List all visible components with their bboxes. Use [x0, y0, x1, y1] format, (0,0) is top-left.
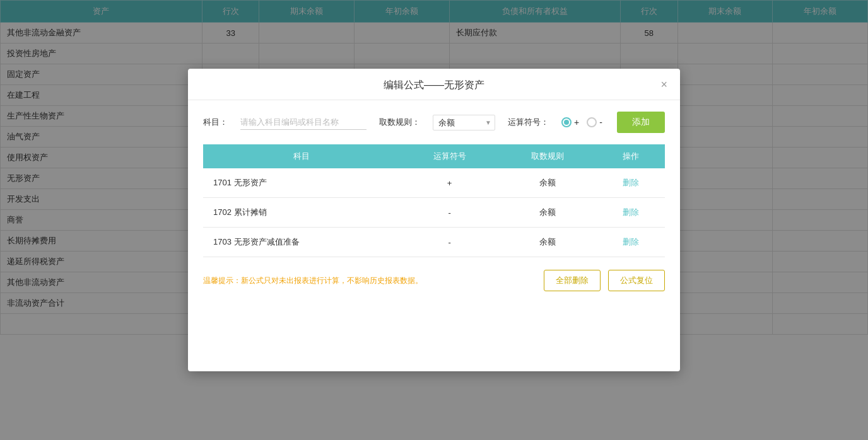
subject-input[interactable]	[240, 115, 367, 130]
formula-action: 删除	[597, 198, 665, 228]
operator-radio-group: + -	[561, 117, 602, 127]
data-table-container: 科目运算符号取数规则操作 1701 无形资产+余额删除1702 累计摊销-余额删…	[188, 144, 680, 257]
delete-all-button[interactable]: 全部删除	[544, 270, 601, 291]
operator-plus-label: +	[574, 117, 579, 127]
operator-minus-circle	[587, 117, 597, 127]
footer-actions: 全部删除 公式复位	[544, 270, 665, 291]
formula-rule: 余额	[499, 168, 597, 198]
formula-action: 删除	[597, 228, 665, 257]
modal-footer: 温馨提示：新公式只对未出报表进行计算，不影响历史报表数据。 全部删除 公式复位	[188, 257, 680, 298]
modal-header: 编辑公式——无形资产 ×	[188, 69, 680, 100]
formula-operator: -	[401, 198, 499, 228]
delete-row-button[interactable]: 删除	[623, 237, 639, 246]
table-row: 1702 累计摊销-余额删除	[203, 198, 665, 228]
rule-label: 取数规则：	[379, 117, 420, 128]
reset-formula-button[interactable]: 公式复位	[608, 270, 665, 291]
subject-label: 科目：	[203, 117, 228, 128]
operator-plus-radio[interactable]: +	[561, 117, 579, 127]
footer-tip: 温馨提示：新公式只对未出报表进行计算，不影响历史报表数据。	[203, 275, 423, 286]
form-row: 科目： 取数规则： 余额 借方发生额 贷方发生额 ▼ 运算符号： +	[188, 100, 680, 144]
table-row: 1701 无形资产+余额删除	[203, 168, 665, 198]
operator-plus-circle	[561, 117, 572, 127]
formula-table-header: 科目	[203, 144, 401, 168]
modal-title: 编辑公式——无形资产	[384, 79, 484, 90]
formula-rule: 余额	[499, 228, 597, 257]
operator-minus-label: -	[599, 117, 602, 127]
operator-minus-radio[interactable]: -	[587, 117, 602, 127]
operator-label: 运算符号：	[508, 117, 549, 128]
rule-select-wrap: 余额 借方发生额 贷方发生额 ▼	[433, 115, 495, 130]
delete-row-button[interactable]: 删除	[623, 207, 639, 217]
formula-table-header: 取数规则	[499, 144, 597, 168]
add-button[interactable]: 添加	[617, 112, 665, 133]
edit-formula-modal: 编辑公式——无形资产 × 科目： 取数规则： 余额 借方发生额 贷方发生额 ▼ …	[188, 69, 680, 371]
formula-table: 科目运算符号取数规则操作 1701 无形资产+余额删除1702 累计摊销-余额删…	[203, 144, 665, 257]
formula-operator: -	[401, 228, 499, 257]
formula-subject: 1702 累计摊销	[203, 198, 401, 228]
formula-action: 删除	[597, 168, 665, 198]
formula-table-header: 运算符号	[401, 144, 499, 168]
formula-operator: +	[401, 168, 499, 198]
formula-subject: 1701 无形资产	[203, 168, 401, 198]
modal-overlay: 编辑公式——无形资产 × 科目： 取数规则： 余额 借方发生额 贷方发生额 ▼ …	[0, 0, 868, 440]
delete-row-button[interactable]: 删除	[623, 178, 639, 187]
formula-rule: 余额	[499, 198, 597, 228]
table-row: 1703 无形资产减值准备-余额删除	[203, 228, 665, 257]
modal-close-button[interactable]: ×	[658, 76, 670, 93]
formula-subject: 1703 无形资产减值准备	[203, 228, 401, 257]
formula-table-header: 操作	[597, 144, 665, 168]
rule-select[interactable]: 余额 借方发生额 贷方发生额	[433, 115, 495, 130]
